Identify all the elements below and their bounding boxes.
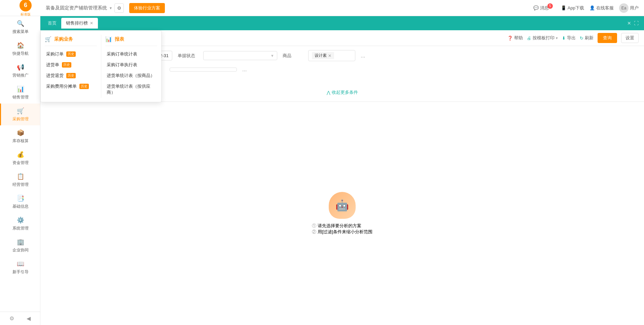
sidebar-settings-btn[interactable]: ⚙	[9, 315, 14, 322]
cart-icon: 🛒	[16, 107, 25, 115]
sidebar-item-sales[interactable]: 📊 销售管理	[0, 82, 40, 104]
empty-tip-1: 请先选择要分析的方案	[312, 223, 372, 229]
message-badge: 5	[547, 3, 553, 9]
status-label: 单据状态	[178, 53, 198, 59]
product-input[interactable]: 设计素 ✕	[308, 50, 355, 61]
sidebar-bottom: ⚙ ◀	[0, 312, 40, 325]
print-btn[interactable]: 🖨 按模板打印 ▾	[527, 35, 558, 41]
sidebar-item-basic-info[interactable]: 📑 基础信息	[0, 191, 40, 213]
purchase-col-icon: 🛒	[45, 36, 51, 42]
box-icon: 📦	[16, 129, 25, 137]
window-close-btn[interactable]: ✕	[627, 21, 631, 26]
tab-home[interactable]: 首页	[43, 18, 61, 29]
purchase-col-header: 🛒 采购业务	[45, 35, 97, 46]
sidebar-item-purchase[interactable]: 🛒 采购管理	[0, 104, 40, 125]
avatar: Ea	[619, 3, 629, 13]
logo: 6 标准版	[5, 0, 46, 17]
sidebar-item-system[interactable]: ⚙️ 系统管理	[0, 213, 40, 235]
goods-return-item[interactable]: 进货退货 历史	[45, 70, 97, 81]
print-dropdown-icon[interactable]: ▾	[556, 36, 558, 40]
goods-in-stats-supplier-item[interactable]: 进货单统计表（按供应商）	[105, 81, 157, 98]
window-expand-btn[interactable]: ⛶	[634, 21, 639, 26]
search-icon: 🔍	[16, 19, 25, 28]
purchase-col: 🛒 采购业务 采购订单 历史 进货单 历史 进货退货 历史 采购费用分摊单 历史	[41, 35, 101, 98]
book-icon: 📖	[16, 260, 25, 268]
status-input[interactable]: ▾	[203, 51, 277, 60]
sidebar-item-search[interactable]: 🔍 搜索菜单	[0, 16, 40, 38]
refresh-icon: ↻	[580, 36, 583, 41]
history-badge-2: 历史	[66, 73, 76, 78]
sidebar-item-enterprise[interactable]: 🏢 企业协同	[0, 235, 40, 256]
goods-in-stats-product-item[interactable]: 进货单统计表（按商品）	[105, 70, 157, 81]
report-col-icon: 📊	[105, 36, 112, 42]
export-icon: ⬇	[562, 36, 566, 41]
settings-button[interactable]: 设置	[621, 33, 639, 43]
empty-tips: 请先选择要分析的方案 用[过滤]条件来缩小分析范围	[312, 223, 372, 235]
export-btn[interactable]: ⬇ 导出	[562, 35, 576, 41]
chart-icon: 📊	[16, 85, 25, 93]
product-dots[interactable]: ...	[361, 53, 365, 59]
purchase-expense-item[interactable]: 采购费用分摊单 历史	[45, 81, 97, 92]
product-tag: 设计素 ✕	[312, 52, 334, 59]
money-icon: 💰	[16, 151, 25, 159]
topbar: 6 标准版 装备及固定资产辅助管理系统 ▾ ⚙ 体验行业方案 💬 消息 5 📱 …	[0, 0, 644, 16]
dropdown-arrow-icon[interactable]: ▾	[110, 6, 112, 10]
empty-state: 🤖 请先选择要分析的方案 用[过滤]条件来缩小分析范围	[40, 102, 644, 325]
industry-btn[interactable]: 体验行业方案	[129, 3, 165, 13]
sidebar-item-finance[interactable]: 💰 资金管理	[0, 147, 40, 169]
sidebar: 🔍 搜索菜单 🏠 快捷导航 📢 营销推广 📊 销售管理 🛒 采购管理 📦 库存核…	[0, 16, 40, 325]
product-label: 商品	[283, 53, 303, 59]
tab-close-icon[interactable]: ✕	[90, 21, 93, 26]
goods-in-item[interactable]: 进货单 历史	[45, 59, 97, 70]
purchase-order-item[interactable]: 采购订单 历史	[45, 49, 97, 59]
purchase-order-exec-item[interactable]: 采购订单执行表	[105, 59, 157, 70]
print-icon: 🖨	[527, 36, 531, 41]
message-btn[interactable]: 💬 消息 5	[533, 5, 556, 11]
empty-illustration: 🤖	[329, 192, 356, 219]
product-tag-remove[interactable]: ✕	[328, 53, 331, 58]
sidebar-item-guide[interactable]: 📖 新手引导	[0, 256, 40, 278]
sidebar-item-operations[interactable]: 📋 经营管理	[0, 169, 40, 191]
salesperson-input[interactable]	[170, 68, 237, 72]
tabbar: 首页 销售排行榜 ✕ ✕ ⛶	[40, 16, 644, 30]
empty-tip-2: 用[过滤]条件来缩小分析范围	[312, 229, 372, 235]
online-service-btn[interactable]: 👤 在线客服	[589, 5, 614, 11]
message-icon: 💬	[533, 5, 539, 10]
refresh-btn[interactable]: ↻ 刷新	[580, 35, 594, 41]
tab-sales-ranking[interactable]: 销售排行榜 ✕	[61, 18, 98, 29]
info-icon: 📑	[16, 194, 25, 202]
collapse-up-icon: ⋀	[327, 90, 330, 95]
sidebar-collapse-btn[interactable]: ◀	[27, 315, 31, 322]
window-controls: ✕ ⛶	[627, 21, 639, 26]
topbar-right: 💬 消息 5 📱 App下载 👤 在线客服 Ea 用户	[533, 3, 639, 13]
history-badge-0: 历史	[66, 51, 76, 57]
help-icon: ❓	[507, 36, 513, 41]
settings-icon[interactable]: ⚙	[114, 3, 124, 13]
megaphone-icon: 📢	[16, 63, 25, 71]
purchase-dropdown-menu: 🛒 采购业务 采购订单 历史 进货单 历史 进货退货 历史 采购费用分摊单 历史…	[40, 30, 162, 102]
app-title: 装备及固定资产辅助管理系统 ▾ ⚙ 体验行业方案	[46, 3, 533, 13]
logo-icon: 6	[20, 0, 32, 11]
salesperson-dots[interactable]: ...	[242, 67, 247, 73]
gear-icon: ⚙️	[16, 216, 25, 224]
sidebar-item-quick-nav[interactable]: 🏠 快捷导航	[0, 38, 40, 60]
history-badge-3: 历史	[79, 84, 89, 89]
building-icon: 🏢	[16, 238, 25, 246]
user-btn[interactable]: Ea 用户	[619, 3, 639, 13]
doc-icon: 📋	[16, 172, 25, 180]
app-download-btn[interactable]: 📱 App下载	[561, 5, 584, 11]
service-icon: 👤	[589, 5, 595, 10]
query-button[interactable]: 查询	[598, 33, 617, 43]
report-col-header: 📊 报表	[105, 35, 157, 46]
sidebar-item-marketing[interactable]: 📢 营销推广	[0, 60, 40, 82]
sidebar-item-inventory[interactable]: 📦 库存核算	[0, 125, 40, 147]
report-col: 📊 报表 采购订单统计表 采购订单执行表 进货单统计表（按商品） 进货单统计表（…	[101, 35, 162, 98]
home-icon: 🏠	[16, 41, 25, 49]
phone-icon: 📱	[561, 5, 566, 10]
purchase-order-stats-item[interactable]: 采购订单统计表	[105, 49, 157, 59]
help-btn[interactable]: ❓ 帮助	[507, 35, 523, 41]
history-badge-1: 历史	[62, 62, 71, 68]
logo-subtitle: 标准版	[21, 12, 31, 17]
